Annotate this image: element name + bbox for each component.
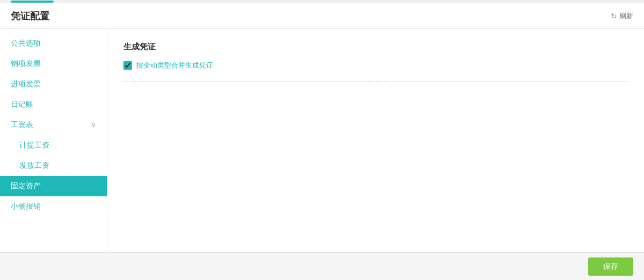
refresh-button[interactable]: ↻ 刷新 — [611, 11, 633, 21]
sidebar-item-label: 工资表 — [11, 120, 33, 130]
header: 凭证配置 ↻ 刷新 — [0, 3, 644, 29]
sidebar-item-journal[interactable]: 日记账 — [0, 94, 107, 115]
sidebar-item-label: 小畅报销 — [11, 202, 41, 211]
sidebar-item-label: 公共选项 — [11, 39, 41, 48]
section-title: 生成凭证 — [123, 42, 628, 52]
main-content: 公共选项 销项发票 进项发票 日记账 工资表 ∨ 计提工资 发放工资 — [0, 29, 644, 252]
sidebar-item-purchase-invoice[interactable]: 进项发票 — [0, 74, 107, 94]
refresh-label: 刷新 — [619, 11, 633, 21]
sidebar-item-payroll-accrual[interactable]: 计提工资 — [0, 135, 107, 156]
sidebar: 公共选项 销项发票 进项发票 日记账 工资表 ∨ 计提工资 发放工资 — [0, 29, 107, 252]
section-divider — [123, 81, 628, 82]
sidebar-item-sales-invoice[interactable]: 销项发票 — [0, 54, 107, 74]
sidebar-item-label: 进项发票 — [11, 79, 41, 89]
content-area: 生成凭证 按变动类型合并生成凭证 — [107, 29, 644, 252]
sidebar-item-fixed-assets[interactable]: 固定资产 — [0, 176, 107, 196]
page-wrapper: 凭证配置 ↻ 刷新 公共选项 销项发票 进项发票 日记账 工资表 ∨ — [0, 0, 644, 280]
checkbox-label[interactable]: 按变动类型合并生成凭证 — [136, 61, 213, 70]
chevron-down-icon: ∨ — [91, 121, 96, 129]
top-tab-active-indicator — [11, 1, 54, 3]
sidebar-item-payroll-table[interactable]: 工资表 ∨ — [0, 115, 107, 135]
merge-by-type-checkbox[interactable] — [123, 61, 132, 70]
sidebar-item-label: 固定资产 — [11, 181, 41, 191]
footer: 保存 — [0, 252, 644, 280]
sidebar-item-public-options[interactable]: 公共选项 — [0, 33, 107, 54]
sidebar-item-label: 发放工资 — [19, 161, 49, 171]
refresh-icon: ↻ — [611, 12, 617, 20]
sidebar-item-expense-claim[interactable]: 小畅报销 — [0, 196, 107, 217]
sidebar-item-label: 销项发票 — [11, 59, 41, 69]
sidebar-item-payroll-release[interactable]: 发放工资 — [0, 156, 107, 176]
sidebar-item-label: 日记账 — [11, 100, 33, 109]
sidebar-item-label: 计提工资 — [19, 141, 49, 150]
checkbox-row: 按变动类型合并生成凭证 — [123, 61, 628, 70]
page-title: 凭证配置 — [11, 10, 49, 23]
save-button[interactable]: 保存 — [588, 257, 633, 276]
